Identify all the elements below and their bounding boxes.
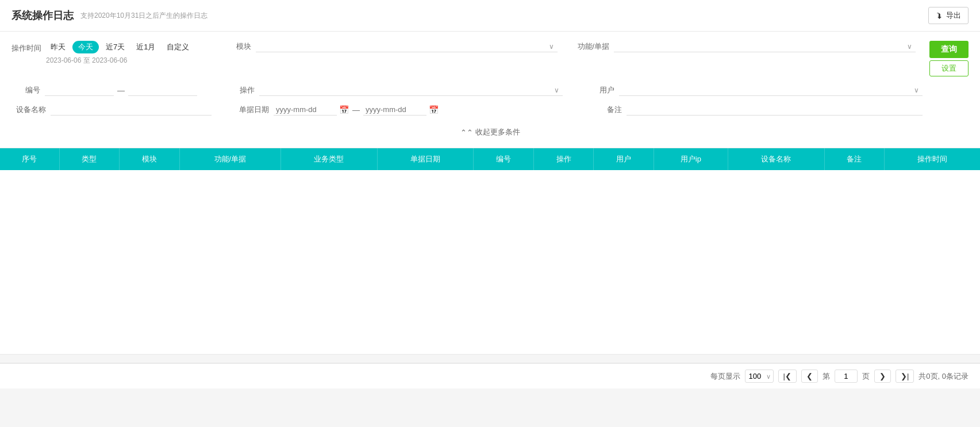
horizontal-scrollbar[interactable]: [0, 354, 980, 363]
filter-operation: 操作: [220, 84, 563, 96]
collapse-button[interactable]: ⌃⌃ 收起更多条件: [460, 127, 520, 137]
empty-area: [0, 170, 980, 354]
per-page-label: 每页显示: [710, 371, 740, 382]
time-label: 操作时间: [11, 43, 41, 53]
per-page-select[interactable]: 10 20 50 100 200: [745, 370, 774, 383]
time-btn-1month[interactable]: 近1月: [132, 41, 160, 53]
time-btn-custom[interactable]: 自定义: [162, 41, 194, 53]
table-header: 序号 类型 模块 功能/单据 业务类型 单据日期 编号 操作 用户 用户ip 设…: [0, 148, 980, 170]
table-container: 序号 类型 模块 功能/单据 业务类型 单据日期 编号 操作 用户 用户ip 设…: [0, 148, 980, 354]
action-buttons: 查询 设置: [929, 41, 969, 76]
col-index: 序号: [0, 148, 59, 170]
filter-device: 设备名称: [11, 104, 212, 116]
col-device: 设备名称: [728, 148, 824, 170]
scroll-bar-inner: [0, 355, 980, 355]
page-subtitle: 支持2020年10月31日之后产生的操作日志: [80, 11, 207, 21]
date-from-icon[interactable]: 📅: [339, 105, 349, 114]
operation-label: 操作: [220, 85, 255, 95]
filter-row-2: 编号 — 操作 用户: [11, 84, 969, 96]
filter-function: 功能/单据: [575, 41, 916, 52]
query-button[interactable]: 查询: [929, 41, 969, 58]
user-select[interactable]: [619, 84, 923, 96]
col-optime: 操作时间: [884, 148, 980, 170]
filter-user: 用户: [580, 84, 969, 96]
user-label: 用户: [580, 85, 614, 95]
time-btn-7days[interactable]: 近7天: [101, 41, 129, 53]
col-type: 类型: [59, 148, 119, 170]
filter-panel: 操作时间 昨天 今天 近7天 近1月 自定义 2023-06-06 至 2023…: [0, 32, 980, 148]
module-label: 模块: [217, 41, 251, 52]
col-docdate: 单据日期: [377, 148, 474, 170]
code-dash: —: [117, 86, 125, 95]
function-label: 功能/单据: [575, 41, 609, 52]
time-btn-yesterday[interactable]: 昨天: [46, 41, 70, 53]
filter-module: 模块: [217, 41, 558, 52]
time-buttons: 昨天 今天 近7天 近1月 自定义: [46, 41, 194, 53]
page-number-input[interactable]: [835, 370, 858, 383]
time-filter: 昨天 今天 近7天 近1月 自定义 2023-06-06 至 2023-06-0…: [46, 41, 194, 66]
date-from-input[interactable]: [274, 104, 337, 116]
col-remark: 备注: [824, 148, 884, 170]
col-module: 模块: [120, 148, 179, 170]
date-to-icon[interactable]: 📅: [429, 105, 439, 114]
filter-date: 单据日期 📅 — 📅: [235, 104, 570, 116]
filter-code: 编号 —: [11, 84, 197, 96]
remark-label: 备注: [587, 105, 622, 115]
total-label: 共0页, 0条记录: [918, 371, 969, 382]
per-page-wrapper: 10 20 50 100 200: [745, 370, 774, 383]
filter-row-1: 操作时间 昨天 今天 近7天 近1月 自定义 2023-06-06 至 2023…: [11, 41, 969, 76]
device-input[interactable]: [51, 104, 212, 116]
export-label: 导出: [946, 10, 961, 21]
collapse-chevron-icon: ⌃⌃: [460, 128, 473, 137]
code-input-from[interactable]: [45, 84, 114, 96]
col-function: 功能/单据: [179, 148, 280, 170]
first-page-button[interactable]: |❮: [778, 370, 797, 383]
operation-select-wrapper: [259, 84, 563, 96]
filter-row-3: 设备名称 单据日期 📅 — 📅 备注: [11, 104, 969, 116]
page-title: 系统操作日志: [11, 9, 74, 22]
time-range: 2023-06-06 至 2023-06-06: [46, 56, 194, 66]
settings-button[interactable]: 设置: [929, 60, 969, 76]
operation-select[interactable]: [259, 84, 563, 96]
export-button[interactable]: ⮯ 导出: [928, 7, 969, 24]
device-label: 设备名称: [11, 105, 46, 115]
function-select[interactable]: [614, 41, 916, 52]
user-select-wrapper: [619, 84, 923, 96]
collapse-bar: ⌃⌃ 收起更多条件: [11, 124, 969, 143]
col-user: 用户: [594, 148, 654, 170]
date-label: 单据日期: [235, 105, 269, 115]
date-to-input[interactable]: [363, 104, 426, 116]
next-page-button[interactable]: ❯: [874, 370, 891, 383]
time-btn-today[interactable]: 今天: [72, 41, 99, 53]
code-label: 编号: [11, 85, 40, 95]
code-input-to[interactable]: [128, 84, 197, 96]
date-dash: —: [352, 106, 360, 114]
module-select[interactable]: [256, 41, 558, 52]
col-code: 编号: [474, 148, 533, 170]
filter-time: 操作时间 昨天 今天 近7天 近1月 自定义 2023-06-06 至 2023…: [11, 41, 194, 66]
filter-remark: 备注: [587, 104, 969, 116]
remark-input[interactable]: [627, 104, 923, 116]
col-userip: 用户ip: [654, 148, 728, 170]
function-select-wrapper: [614, 41, 916, 52]
page-suffix: 页: [862, 371, 870, 382]
data-table: 序号 类型 模块 功能/单据 业务类型 单据日期 编号 操作 用户 用户ip 设…: [0, 148, 980, 170]
module-select-wrapper: [256, 41, 558, 52]
col-operation: 操作: [533, 148, 593, 170]
export-icon: ⮯: [936, 11, 944, 20]
page-label: 第: [823, 371, 830, 382]
prev-page-button[interactable]: ❮: [801, 370, 818, 383]
last-page-button[interactable]: ❯|: [896, 370, 914, 383]
col-biztype: 业务类型: [281, 148, 378, 170]
table-header-row: 序号 类型 模块 功能/单据 业务类型 单据日期 编号 操作 用户 用户ip 设…: [0, 148, 980, 170]
pagination-bar: 每页显示 10 20 50 100 200 |❮ ❮ 第 页 ❯ ❯| 共0页,…: [0, 363, 980, 388]
collapse-label: 收起更多条件: [475, 127, 520, 137]
page-header: 系统操作日志 支持2020年10月31日之后产生的操作日志 ⮯ 导出: [0, 0, 980, 32]
